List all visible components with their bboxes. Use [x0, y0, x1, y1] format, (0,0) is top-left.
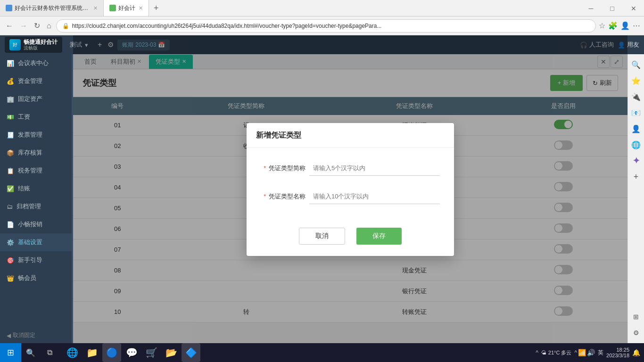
- right-add-icon[interactable]: +: [629, 170, 643, 183]
- form-row-name: * 凭证类型名称: [261, 189, 440, 204]
- name-label-text: 凭证类型名称: [269, 193, 305, 200]
- sidebar-item-archive[interactable]: 🗂 归档管理: [0, 197, 73, 215]
- invoice-icon: 🧾: [7, 132, 14, 139]
- start-button[interactable]: ⊞: [0, 343, 21, 362]
- browser-tab-bar: 好会计云财务软件管理系统_会计 ✕ 好会计 ✕ + ─ □ ✕: [0, 0, 644, 16]
- sidebar-item-closing[interactable]: ✅ 结账: [0, 180, 73, 197]
- taskbar-app-files[interactable]: 📁: [83, 343, 101, 362]
- right-mail-icon[interactable]: 📧: [629, 106, 643, 119]
- reports-icon: 📊: [7, 60, 14, 67]
- store-icon: 🛒: [146, 347, 157, 358]
- funds-icon: 💰: [7, 78, 14, 85]
- sidebar-item-funds[interactable]: 💰 资金管理: [0, 72, 73, 90]
- tax-label: 税务管理: [18, 166, 42, 175]
- tab1-close[interactable]: ✕: [93, 5, 98, 11]
- right-panel: 🔍 ⭐ 🔌 📧 👤 🌐 ✦ + ⊞ ⚙: [627, 54, 644, 343]
- browser-maximize[interactable]: □: [602, 0, 623, 16]
- browser-minimize[interactable]: ─: [580, 0, 602, 16]
- taskbar-app-wechat[interactable]: 💬: [122, 343, 141, 362]
- cancel-pin-btn[interactable]: ◀ 取消固定: [0, 328, 73, 343]
- search-taskbar[interactable]: 🔍: [21, 343, 40, 362]
- profile-icon[interactable]: 👤: [620, 21, 630, 30]
- form-row-abbr: * 凭证类型简称: [261, 161, 440, 176]
- chevron-up-icon[interactable]: ^: [574, 349, 577, 356]
- sidebar-item-settings[interactable]: ⚙️ 基础设置: [0, 233, 73, 251]
- volume-icon[interactable]: 🔊: [587, 349, 595, 356]
- sidebar-item-inventory[interactable]: 📦 库存核算: [0, 144, 73, 162]
- right-star-icon[interactable]: ⭐: [629, 74, 643, 87]
- right-letter-icon[interactable]: ✦: [629, 154, 643, 167]
- extension-icon[interactable]: 🧩: [608, 21, 618, 30]
- abbr-label-text: 凭证类型简称: [269, 165, 305, 172]
- right-user2-icon[interactable]: 👤: [629, 122, 643, 135]
- sidebar-item-guide[interactable]: 🎯 新手引导: [0, 251, 73, 269]
- menu-icon[interactable]: ⋯: [633, 21, 640, 30]
- nav-back[interactable]: ←: [4, 20, 15, 32]
- browser-tab-1[interactable]: 好会计云财务软件管理系统_会计 ✕: [0, 0, 104, 16]
- taskbar-app-store[interactable]: 🛒: [142, 343, 161, 362]
- abbr-input[interactable]: [309, 161, 440, 176]
- cancel-button[interactable]: 取消: [299, 228, 345, 245]
- bookmark-icon[interactable]: ☆: [599, 21, 605, 30]
- expense-icon: 📄: [7, 221, 14, 228]
- taskbar-tray: ^ 🌤 21°C 多云 ^ 📶 🔊 英 18:25 2023/3/18 🔔: [532, 347, 644, 358]
- invoice-label: 发票管理: [18, 131, 42, 139]
- taskbar-time: 18:25 2023/3/18: [606, 347, 629, 358]
- name-label: * 凭证类型名称: [261, 192, 305, 201]
- taskbar-app-edge[interactable]: 🌐: [63, 343, 82, 362]
- browser-tab-2[interactable]: 好会计 ✕: [104, 0, 149, 16]
- url-bar[interactable]: 🔒 https://cloud2.chanjet.com/accounting/…: [56, 19, 596, 33]
- right-settings-icon[interactable]: ⚙: [629, 326, 643, 339]
- new-tab-button[interactable]: +: [149, 0, 164, 16]
- settings-label: 基础设置: [18, 238, 42, 247]
- sidebar-item-reports[interactable]: 📊 会议表中心: [0, 54, 73, 72]
- funds-label: 资金管理: [18, 77, 42, 85]
- weather-icon: 🌤: [541, 350, 546, 355]
- sidebar-item-member[interactable]: 👑 畅会员: [0, 269, 73, 287]
- browser2-icon: 🔷: [185, 347, 197, 358]
- right-globe-icon[interactable]: 🌐: [629, 138, 643, 151]
- right-grid-icon[interactable]: ⊞: [629, 310, 643, 323]
- folder-icon: 📂: [165, 347, 177, 358]
- sidebar-item-salary[interactable]: 💵 工资: [0, 108, 73, 126]
- right-plug-icon[interactable]: 🔌: [629, 90, 643, 103]
- member-icon: 👑: [7, 275, 14, 282]
- nav-home[interactable]: ⌂: [45, 20, 53, 32]
- notifications-btn[interactable]: 🔔: [632, 349, 640, 356]
- taskbar-app-folder[interactable]: 📂: [162, 343, 181, 362]
- tab2-label: 好会计: [118, 4, 135, 12]
- tray-expand[interactable]: ^: [536, 349, 538, 356]
- pin-icon: ◀: [7, 332, 11, 339]
- guide-label: 新手引导: [18, 256, 42, 264]
- lang-indicator[interactable]: 英: [598, 349, 603, 357]
- save-button[interactable]: 保存: [356, 228, 402, 245]
- edge-icon: 🌐: [66, 347, 78, 358]
- windows-icon: ⊞: [7, 347, 14, 358]
- clock-date: 2023/3/18: [606, 353, 629, 358]
- guide-icon: 🎯: [7, 257, 14, 264]
- name-input[interactable]: [309, 189, 440, 204]
- expense-label: 小畅报销: [18, 220, 42, 229]
- sidebar-item-invoice[interactable]: 🧾 发票管理: [0, 126, 73, 144]
- assets-icon: 🏢: [7, 96, 14, 103]
- tab2-close[interactable]: ✕: [139, 5, 143, 11]
- task-view-btn[interactable]: ⧉: [40, 343, 59, 362]
- nav-forward[interactable]: →: [18, 20, 29, 32]
- taskbar-app-chrome[interactable]: 🔵: [102, 343, 121, 362]
- nav-reload[interactable]: ↻: [32, 19, 42, 32]
- right-search-icon[interactable]: 🔍: [629, 58, 643, 71]
- taskbar-app-browser2[interactable]: 🔷: [182, 343, 200, 362]
- wechat-icon: 💬: [126, 347, 138, 358]
- ssl-icon: 🔒: [62, 23, 69, 29]
- cancel-pin-label: 取消固定: [13, 331, 35, 339]
- inventory-label: 库存核算: [18, 148, 42, 157]
- sidebar-item-tax[interactable]: 📋 税务管理: [0, 162, 73, 180]
- browser-close[interactable]: ✕: [623, 0, 644, 16]
- inventory-icon: 📦: [7, 149, 14, 156]
- sidebar-item-expense[interactable]: 📄 小畅报销: [0, 215, 73, 233]
- modal-header: 新增凭证类型: [247, 123, 454, 148]
- taskbar: ⊞ 🔍 ⧉ 🌐 📁 🔵 💬 🛒 📂 🔷 ^ 🌤 21°C 多云: [0, 343, 644, 362]
- closing-label: 结账: [18, 184, 30, 193]
- network-icon[interactable]: 📶: [578, 349, 586, 356]
- sidebar-item-assets[interactable]: 🏢 固定资产: [0, 90, 73, 108]
